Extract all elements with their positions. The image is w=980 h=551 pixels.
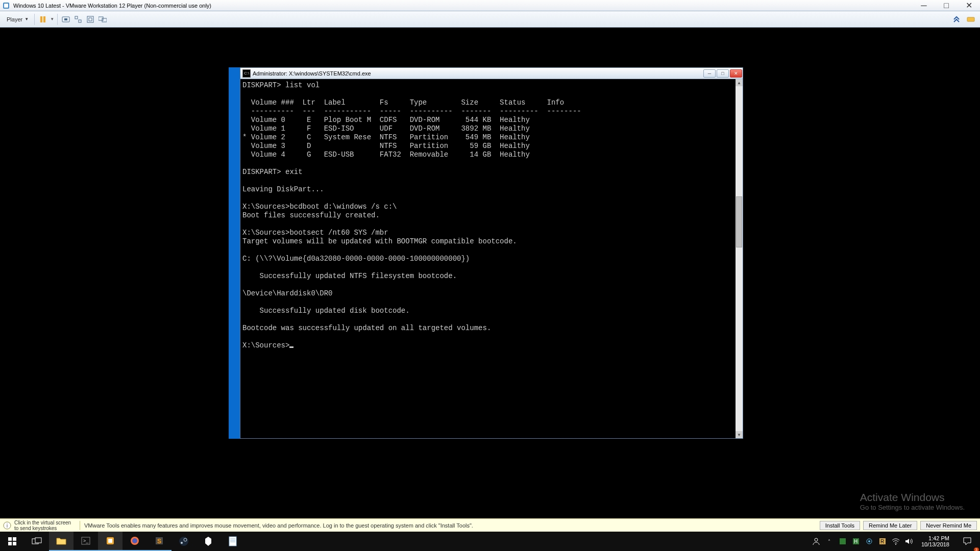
activate-windows-watermark: Activate Windows Go to Settings to activ…	[860, 491, 965, 511]
tray-icon-2[interactable]: H	[852, 537, 860, 545]
guest-window-edge	[229, 67, 240, 439]
system-tray: ˄ H R 1:42 PM 10/13/2018	[812, 532, 980, 551]
host-minimize-button[interactable]: ─	[913, 0, 935, 11]
svg-point-25	[132, 538, 137, 543]
tray-time: 1:42 PM	[921, 535, 949, 541]
hint-keystroke-tip: Click in the virtual screen to send keys…	[14, 520, 76, 531]
action-center-button[interactable]	[958, 532, 977, 551]
cmd-scrollbar[interactable]: ▲ ▼	[736, 79, 743, 438]
toolbar-separator	[34, 14, 35, 25]
svg-rect-1	[4, 4, 8, 8]
vm-guest-display[interactable]: C:\ Administrator: X:\windows\SYSTEM32\c…	[0, 28, 980, 532]
hint-line1: Click in the virtual screen	[14, 520, 71, 525]
watermark-title: Activate Windows	[860, 491, 965, 504]
chevron-down-icon: ▼	[50, 17, 54, 21]
svg-rect-15	[13, 537, 16, 541]
power-menu-button[interactable]: ▼	[49, 13, 55, 26]
start-button[interactable]	[0, 532, 24, 551]
taskbar-sublime[interactable]: S	[147, 532, 172, 551]
manage-button[interactable]	[950, 13, 963, 26]
task-view-button[interactable]	[24, 532, 49, 551]
svg-point-30	[181, 542, 183, 544]
svg-rect-14	[8, 537, 12, 541]
hint-separator	[80, 521, 80, 530]
taskbar-firefox[interactable]	[122, 532, 147, 551]
svg-rect-23	[108, 539, 112, 543]
vmware-titlebar: Windows 10 Latest - VMware Workstation 1…	[0, 0, 980, 11]
fullscreen-button[interactable]	[84, 13, 96, 26]
cmd-maximize-button[interactable]: □	[717, 69, 729, 78]
unity-button[interactable]	[72, 13, 84, 26]
hint-message: VMware Tools enables many features and i…	[84, 522, 473, 529]
svg-rect-3	[43, 16, 45, 22]
svg-text:S: S	[157, 538, 161, 545]
svg-rect-5	[64, 18, 67, 20]
svg-rect-31	[229, 537, 236, 546]
people-icon[interactable]	[812, 537, 820, 545]
tray-icon-1[interactable]	[839, 537, 847, 545]
toolbar-separator	[57, 14, 58, 25]
svg-rect-8	[87, 16, 93, 22]
svg-text:>_: >_	[83, 538, 89, 543]
svg-rect-16	[8, 542, 12, 545]
chevron-down-icon: ▼	[24, 17, 29, 21]
remind-later-button[interactable]: Remind Me Later	[863, 521, 917, 530]
host-taskbar: >_ S ˄ H R 1:42 PM 10/13/2018	[0, 532, 980, 551]
never-remind-button[interactable]: Never Remind Me	[920, 521, 977, 530]
svg-text:H: H	[854, 539, 857, 544]
scroll-down-arrow-icon[interactable]: ▼	[736, 431, 743, 438]
cmd-titlebar[interactable]: C:\ Administrator: X:\windows\SYSTEM32\c…	[240, 68, 743, 79]
vmware-title: Windows 10 Latest - VMware Workstation 1…	[12, 3, 913, 9]
host-close-button[interactable]: ✕	[958, 0, 980, 11]
cmd-output[interactable]: DISKPART> list vol Volume ### Ltr Label …	[240, 79, 736, 438]
svg-rect-2	[40, 16, 42, 22]
svg-rect-6	[75, 16, 78, 19]
taskbar-cmd[interactable]: >_	[74, 532, 98, 551]
cmd-close-button[interactable]: ✕	[730, 69, 742, 78]
svg-point-43	[895, 544, 896, 545]
svg-rect-7	[79, 20, 81, 22]
watermark-subtitle: Go to Settings to activate Windows.	[860, 504, 965, 511]
svg-rect-19	[35, 538, 41, 543]
svg-text:R: R	[880, 539, 884, 544]
svg-point-28	[179, 537, 188, 546]
cycle-multiple-monitors-button[interactable]	[96, 13, 109, 26]
tray-overflow-button[interactable]: ˄	[825, 537, 834, 545]
tray-icon-3[interactable]	[865, 537, 873, 545]
taskbar-steam[interactable]	[172, 532, 196, 551]
tray-clock[interactable]: 1:42 PM 10/13/2018	[918, 535, 952, 547]
svg-point-35	[815, 538, 818, 541]
player-menu-label: Player	[7, 16, 22, 22]
player-menu-button[interactable]: Player ▼	[3, 15, 32, 24]
install-tools-button[interactable]: Install Tools	[820, 521, 860, 530]
svg-rect-11	[967, 17, 974, 21]
tray-icon-4[interactable]: R	[878, 537, 887, 545]
vmware-toolbar: Player ▼ ▼	[0, 11, 980, 28]
svg-point-40	[868, 540, 870, 542]
cmd-title: Administrator: X:\windows\SYSTEM32\cmd.e…	[253, 70, 703, 77]
hint-line2: to send keystrokes	[14, 525, 57, 531]
info-icon: i	[3, 521, 11, 530]
svg-rect-17	[13, 542, 16, 545]
svg-text:i: i	[7, 522, 8, 529]
vmware-app-icon	[2, 2, 10, 10]
svg-rect-36	[840, 538, 846, 544]
cmd-minimize-button[interactable]: ─	[703, 69, 716, 78]
taskbar-file-explorer[interactable]	[49, 532, 74, 551]
vmware-tools-hintbar: i Click in the virtual screen to send ke…	[0, 518, 980, 532]
wifi-icon[interactable]	[892, 537, 900, 545]
pause-vm-button[interactable]	[37, 13, 49, 26]
tray-date: 10/13/2018	[921, 541, 949, 547]
devices-button[interactable]	[965, 13, 977, 26]
volume-icon[interactable]	[905, 537, 913, 545]
taskbar-vmware-player[interactable]	[98, 532, 122, 551]
send-ctrl-alt-del-button[interactable]	[60, 13, 72, 26]
taskbar-notepad[interactable]	[220, 532, 245, 551]
scroll-thumb[interactable]	[736, 196, 742, 247]
cmd-icon: C:\	[242, 69, 251, 78]
host-maximize-button[interactable]: □	[935, 0, 958, 11]
cmd-window[interactable]: C:\ Administrator: X:\windows\SYSTEM32\c…	[240, 67, 743, 439]
taskbar-app-generic[interactable]	[196, 532, 220, 551]
scroll-up-arrow-icon[interactable]: ▲	[736, 79, 743, 86]
